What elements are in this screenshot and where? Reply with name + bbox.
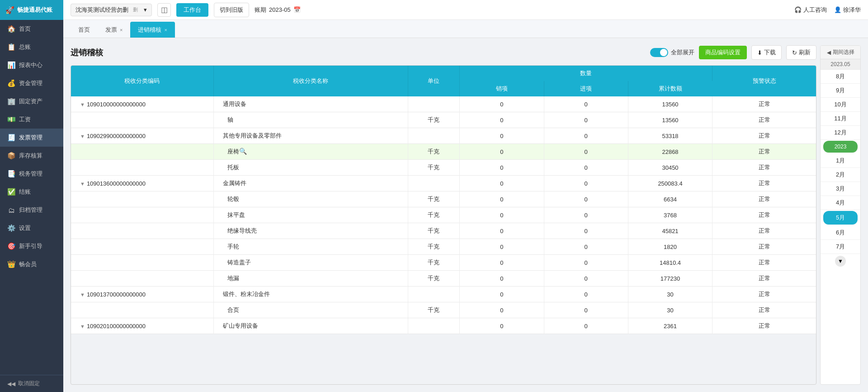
tab-invoice-close[interactable]: × <box>120 27 123 33</box>
cell-name: 座椅🔍 <box>213 144 408 160</box>
period-month-5-active[interactable]: 5月 <box>823 211 858 225</box>
search-icon[interactable]: 🔍 <box>239 148 247 155</box>
collapse-icon[interactable]: ▼ <box>80 134 85 139</box>
cell-status: 正常 <box>712 191 816 207</box>
cell-purchase: 0 <box>544 176 628 191</box>
tab-home[interactable]: 首页 <box>71 22 98 38</box>
sidebar-item-settings[interactable]: ⚙️ 设置 <box>0 219 63 237</box>
sidebar-item-checkout[interactable]: ✅ 结账 <box>0 183 63 201</box>
arrow-left-icon[interactable]: ◀ <box>827 49 831 56</box>
page-header: 进销稽核 全部展开 商品编码设置 ⬇ 下载 ↻ 刷 <box>71 45 816 60</box>
sidebar-item-guide[interactable]: 🎯 新手引导 <box>0 237 63 255</box>
sidebar-item-archive[interactable]: 🗂 归档管理 <box>0 201 63 219</box>
cell-unit: 千克 <box>408 239 460 255</box>
sidebar-item-invoice[interactable]: 🧾 发票管理 <box>0 129 63 147</box>
tab-reconcile[interactable]: 进销稽核 × <box>130 22 175 38</box>
cell-name: 手轮 <box>213 239 408 255</box>
period-month-4[interactable]: 4月 <box>821 196 860 210</box>
period-month-6[interactable]: 6月 <box>821 226 860 240</box>
sidebar-item-reports[interactable]: 📊 报表中心 <box>0 56 63 74</box>
ledger-icon: 📋 <box>7 43 15 51</box>
sidebar-item-funds[interactable]: 💰 资金管理 <box>0 74 63 92</box>
refresh-btn[interactable]: ↻ 刷新 <box>786 45 816 60</box>
period-month-9[interactable]: 9月 <box>821 84 860 98</box>
cell-purchase: 0 <box>544 128 628 144</box>
company-selector[interactable]: 沈海英测试经营勿删 删 ▾ <box>71 4 152 16</box>
period-panel-header: ◀ 期间选择 <box>821 46 860 59</box>
period-month-11[interactable]: 11月 <box>821 112 860 126</box>
topbar: 沈海英测试经营勿删 删 ▾ ◫ 工作台 切到旧版 账期 2023-05 📅 🎧 … <box>63 0 868 20</box>
invoice-icon: 🧾 <box>7 134 15 142</box>
cell-purchase: 0 <box>544 302 628 318</box>
sidebar-item-member[interactable]: 👑 畅会员 <box>0 255 63 273</box>
sidebar-item-salary[interactable]: 💵 工资 <box>0 110 63 129</box>
product-code-btn[interactable]: 商品编码设置 <box>699 46 747 59</box>
table-row: 托板 千克 0 0 30450 正常 <box>71 160 816 176</box>
cell-name: 其他专用设备及零部件 <box>213 128 408 144</box>
sidebar-item-assets[interactable]: 🏢 固定资产 <box>0 92 63 110</box>
download-btn[interactable]: ⬇ 下载 <box>751 45 782 60</box>
logo-icon: 🚀 <box>5 6 14 14</box>
calendar-icon[interactable]: 📅 <box>293 6 301 13</box>
workbench-button[interactable]: 工作台 <box>176 3 208 17</box>
cell-unit: 千克 <box>408 271 460 287</box>
toggle-track[interactable] <box>650 48 668 57</box>
switch-version-button[interactable]: 切到旧版 <box>214 3 249 17</box>
cell-name: 抹平盘 <box>213 207 408 223</box>
period-month-8[interactable]: 8月 <box>821 70 860 84</box>
period-month-10[interactable]: 10月 <box>821 98 860 112</box>
cancel-fixed-label: 取消固定 <box>18 380 40 387</box>
archive-icon: 🗂 <box>7 206 15 214</box>
th-tax-name: 税收分类名称 <box>213 66 408 96</box>
cell-name: 通用设备 <box>213 96 408 112</box>
archive-btn[interactable]: ◫ <box>157 3 171 17</box>
period-nav-down-btn[interactable]: ▼ <box>835 256 846 267</box>
period-panel: ◀ 期间选择 2023.05 8月 9月 10月 11月 12月 2023 1月… <box>820 45 861 385</box>
company-delete-icon[interactable]: 删 <box>133 6 138 13</box>
table-row: 合页 千克 0 0 30 正常 <box>71 302 816 318</box>
sidebar-item-label: 新手引导 <box>19 242 42 250</box>
period-month-3[interactable]: 3月 <box>821 182 860 196</box>
cell-total: 30 <box>628 287 712 302</box>
cell-total: 13560 <box>628 112 712 128</box>
sidebar-item-inventory[interactable]: 📦 库存核算 <box>0 147 63 165</box>
period-month-1[interactable]: 1月 <box>821 154 860 168</box>
period-scroll[interactable]: 2023.05 8月 9月 10月 11月 12月 2023 1月 2月 3月 … <box>821 59 860 384</box>
service-btn[interactable]: 🎧 人工咨询 <box>794 6 827 14</box>
sidebar-item-home[interactable]: 🏠 首页 <box>0 20 63 38</box>
period-info: 账期 2023-05 📅 <box>255 6 301 14</box>
period-month-12[interactable]: 12月 <box>821 126 860 140</box>
tab-invoice[interactable]: 发票 × <box>98 22 130 38</box>
cell-purchase: 0 <box>544 96 628 112</box>
cell-total: 13560 <box>628 96 712 112</box>
sidebar-item-ledger[interactable]: 📋 总账 <box>0 38 63 56</box>
cell-code <box>71 112 213 128</box>
cancel-fixed-btn[interactable]: ◀◀ 取消固定 <box>0 375 63 392</box>
collapse-icon[interactable]: ▼ <box>80 324 85 329</box>
cell-sales: 0 <box>460 144 544 160</box>
company-dropdown-icon[interactable]: ▾ <box>144 6 147 13</box>
main-wrapper: 沈海英测试经营勿删 删 ▾ ◫ 工作台 切到旧版 账期 2023-05 📅 🎧 … <box>63 0 868 392</box>
period-year-2023-05: 2023.05 <box>821 59 860 70</box>
period-month-2[interactable]: 2月 <box>821 168 860 182</box>
th-sales: 销项 <box>460 81 544 96</box>
cell-status: 正常 <box>712 160 816 176</box>
period-label: 账期 <box>255 6 266 14</box>
collapse-icon[interactable]: ▼ <box>80 181 85 186</box>
tab-reconcile-close[interactable]: × <box>164 27 167 33</box>
cell-code <box>71 255 213 271</box>
collapse-icon[interactable]: ▼ <box>80 102 85 107</box>
sidebar-item-tax[interactable]: 📑 税务管理 <box>0 165 63 183</box>
download-label: 下载 <box>764 48 776 57</box>
cell-status: 正常 <box>712 128 816 144</box>
period-month-7[interactable]: 7月 <box>821 240 860 254</box>
user-profile[interactable]: 👤 徐泽华 <box>834 6 861 14</box>
cell-code <box>71 160 213 176</box>
period-nav-down[interactable]: ▼ <box>821 254 860 268</box>
download-icon: ⬇ <box>757 49 762 56</box>
expand-all-toggle[interactable]: 全部展开 <box>650 48 694 57</box>
cell-total: 2361 <box>628 318 712 334</box>
checkout-icon: ✅ <box>7 188 15 196</box>
cell-status: 正常 <box>712 223 816 239</box>
collapse-icon[interactable]: ▼ <box>80 292 85 297</box>
